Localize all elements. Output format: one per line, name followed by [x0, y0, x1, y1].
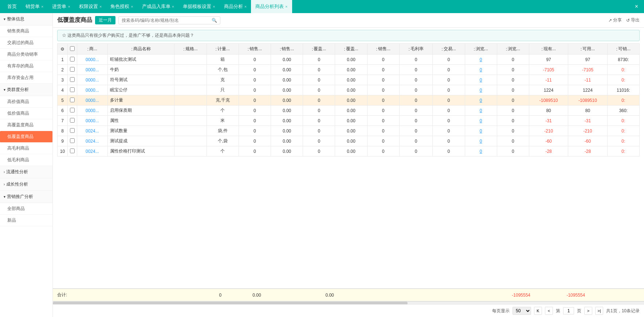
row-checkbox[interactable]: [68, 75, 77, 85]
sidebar-item-high-coverage[interactable]: 高覆盖度商品: [0, 119, 52, 131]
sidebar-section-marketing[interactable]: ▾ 营销推广分析: [0, 191, 52, 203]
col-checkbox[interactable]: [68, 44, 77, 55]
col-sales-amt[interactable]: : 销售...: [271, 44, 303, 55]
nav-product-entry[interactable]: 产成品入库单 ×: [138, 0, 178, 13]
col-sales3[interactable]: : 销售...: [367, 44, 399, 55]
col-sales-qty[interactable]: : 销售...: [239, 44, 271, 55]
sidebar-section-cluster[interactable]: ▾ 类群度分析: [0, 84, 52, 96]
window-close-button[interactable]: ×: [632, 3, 641, 10]
col-settings[interactable]: ⚙: [58, 44, 68, 55]
row-checkbox[interactable]: [68, 106, 77, 116]
row-checkbox[interactable]: [68, 136, 77, 146]
col-unit[interactable]: : 计量...: [207, 44, 239, 55]
col-cover1[interactable]: : 覆盖...: [303, 44, 335, 55]
sidebar-item-goods-turnover[interactable]: 商品分类动销率: [0, 49, 52, 60]
nav-goods-analysis[interactable]: 商品分析 ×: [220, 0, 251, 13]
col-available[interactable]: : 可用...: [568, 44, 607, 55]
row-sales-qty: 0: [239, 116, 271, 126]
row-browse1[interactable]: 0: [465, 146, 497, 156]
col-name[interactable]: : 商品名称: [107, 44, 174, 55]
row-checkbox[interactable]: [68, 65, 77, 75]
nav-goods-analysis-list[interactable]: 商品分析列表 ×: [251, 0, 292, 13]
col-browse2[interactable]: : 浏览...: [497, 44, 529, 55]
nav-role-auth[interactable]: 角色授权 ×: [106, 0, 137, 13]
close-icon[interactable]: ×: [99, 4, 102, 9]
period-button[interactable]: 近一月: [95, 16, 115, 24]
row-browse1[interactable]: 0: [465, 95, 497, 106]
col-saleable[interactable]: : 可销...: [607, 44, 639, 55]
sidebar-item-traded-goods[interactable]: 交易过的商品: [0, 37, 52, 49]
sidebar-collapse-button[interactable]: «: [52, 28, 53, 38]
close-icon[interactable]: ×: [131, 4, 133, 9]
row-gross-rate: 0: [399, 146, 433, 156]
row-checkbox[interactable]: [68, 116, 77, 126]
sidebar-item-high-value[interactable]: 高价值商品: [0, 96, 52, 108]
row-checkbox[interactable]: [68, 55, 77, 65]
col-spec[interactable]: : 规格...: [174, 44, 207, 55]
row-checkbox[interactable]: [68, 126, 77, 136]
last-page-button[interactable]: >|: [595, 307, 603, 315]
total-records: 共1页，10条记录: [606, 308, 640, 314]
row-browse1[interactable]: 0: [465, 85, 497, 95]
row-browse1[interactable]: 0: [465, 55, 497, 65]
table-container[interactable]: ⚙ : 商... : 商品名称 : 规格... : 计量... : 销售... …: [53, 43, 644, 288]
row-current: -60: [529, 136, 568, 146]
pagination-bar: 每页显示 50 10 20 100 K < 第 页 > >| 共1页，10条记录: [53, 304, 644, 317]
sidebar-item-all-goods[interactable]: 全部商品: [0, 203, 52, 215]
row-browse1[interactable]: 0: [465, 116, 497, 126]
export-button[interactable]: ↺ 导出: [626, 17, 640, 23]
nav-permission-settings[interactable]: 权限设置 ×: [75, 0, 106, 13]
sidebar-section-overall[interactable]: ▾ 整体信息: [0, 13, 52, 25]
close-icon[interactable]: ×: [172, 4, 174, 9]
first-page-button[interactable]: K: [534, 307, 542, 315]
row-checkbox[interactable]: [68, 95, 77, 106]
close-icon[interactable]: ×: [213, 4, 215, 9]
share-button[interactable]: ↗ 分享: [608, 17, 622, 23]
sidebar-section-growth[interactable]: › 成长性分析: [0, 178, 52, 191]
row-num: 2: [58, 65, 68, 75]
col-code[interactable]: : 商...: [77, 44, 108, 55]
sidebar-item-low-coverage[interactable]: 低覆盖度商品: [0, 131, 52, 143]
col-trade[interactable]: : 交易...: [433, 44, 465, 55]
horizontal-scrollbar[interactable]: [53, 301, 644, 304]
row-name: 属性价格打印测试: [107, 146, 174, 156]
nav-template-settings[interactable]: 单据模板设置 ×: [178, 0, 219, 13]
row-checkbox[interactable]: [68, 146, 77, 156]
sidebar-item-high-margin[interactable]: 高毛利商品: [0, 143, 52, 154]
col-browse1[interactable]: : 浏览...: [465, 44, 497, 55]
nav-home[interactable]: 首页: [3, 0, 21, 13]
row-browse1[interactable]: 0: [465, 106, 497, 116]
close-icon[interactable]: ×: [285, 4, 287, 9]
sidebar-item-in-stock-goods[interactable]: 有库存的商品: [0, 60, 52, 72]
row-cover2: 0.00: [335, 136, 367, 146]
page-number-input[interactable]: [563, 307, 574, 314]
close-icon[interactable]: ×: [244, 4, 247, 9]
close-icon[interactable]: ×: [41, 4, 43, 9]
row-sales3: 0: [367, 55, 399, 65]
sidebar-item-low-value[interactable]: 低价值商品: [0, 108, 52, 119]
sidebar-item-low-margin[interactable]: 低毛利商品: [0, 154, 52, 166]
row-browse1[interactable]: 0: [465, 65, 497, 75]
nav-purchase-order[interactable]: 进货单 ×: [48, 0, 74, 13]
table-row: 9 0024... 测试提成 个,袋 0 0.00 0 0.00 0 0 0 0…: [58, 136, 640, 146]
sidebar-item-sales-goods[interactable]: 销售类商品: [0, 25, 52, 37]
sidebar-item-stock-capital[interactable]: 库存资金占用: [0, 72, 52, 84]
sidebar-item-new-goods[interactable]: 新品: [0, 215, 52, 226]
row-unit: 克: [207, 75, 239, 85]
nav-sales-order[interactable]: 销货单 ×: [21, 0, 48, 13]
per-page-select[interactable]: 50 10 20 100: [513, 307, 531, 315]
row-browse1[interactable]: 0: [465, 136, 497, 146]
col-gross-rate[interactable]: : 毛利率: [399, 44, 433, 55]
footer-current: -1095554: [494, 293, 549, 298]
close-icon[interactable]: ×: [68, 4, 70, 9]
prev-page-button[interactable]: <: [545, 307, 553, 315]
col-current[interactable]: : 现有...: [529, 44, 568, 55]
col-cover2[interactable]: : 覆盖...: [335, 44, 367, 55]
row-checkbox[interactable]: [68, 85, 77, 95]
row-browse1[interactable]: 0: [465, 126, 497, 136]
search-input[interactable]: [122, 18, 210, 23]
row-browse1[interactable]: 0: [465, 75, 497, 85]
next-page-button[interactable]: >: [584, 307, 592, 315]
sidebar-section-circulation[interactable]: › 流通性分析: [0, 166, 52, 178]
select-all-checkbox[interactable]: [70, 46, 75, 51]
